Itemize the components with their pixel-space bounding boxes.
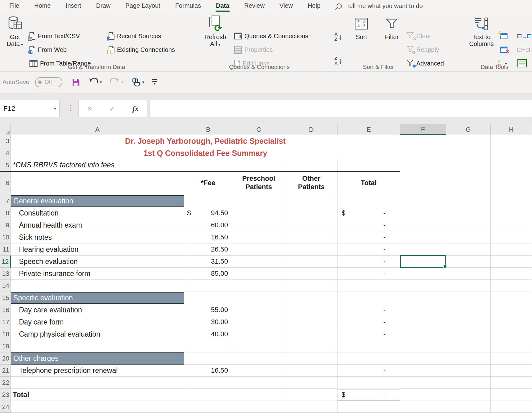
column-header-A[interactable]: A [11,124,184,135]
row-header-17[interactable]: 17 [0,316,11,328]
cell-H[interactable] [491,365,532,377]
merged-title-cell[interactable]: 1st Q Consolidated Fee Summary [11,147,400,159]
cell-F[interactable] [400,352,446,365]
cell-C[interactable] [232,231,285,243]
cell-F[interactable] [400,328,446,340]
filter-button[interactable]: Filter [381,16,403,40]
flash-fill-button[interactable] [500,30,507,42]
fee-cell[interactable]: 85.00 [184,268,232,280]
total-cell[interactable]: - [338,304,400,316]
cell-G[interactable] [446,280,491,292]
cell-D[interactable] [285,352,338,365]
cell-F[interactable] [400,207,446,219]
item-name-cell[interactable]: Hearing evaluation [11,243,184,256]
row-header-16[interactable]: 16 [0,304,11,316]
section-header-cell[interactable]: General evaluation [11,195,184,207]
cell-G[interactable] [446,231,491,243]
item-name-cell[interactable]: Camp physical evaluation [11,328,184,340]
cell-E[interactable] [338,352,400,365]
cell-B[interactable] [184,340,232,352]
row-header-11[interactable]: 11 [0,243,11,256]
cell-D[interactable] [285,292,338,304]
cell-H[interactable] [491,195,532,207]
item-name-cell[interactable]: Sick notes [11,231,184,243]
item-name-cell[interactable]: Annual health exam [11,219,184,231]
fee-cell[interactable]: 31.50 [184,256,232,268]
row-header-9[interactable]: 9 [0,219,11,231]
cell-H[interactable] [491,304,532,316]
cell-D[interactable] [285,243,338,256]
cell-H[interactable] [491,147,532,159]
row-header-13[interactable]: 13 [0,268,11,280]
redo-button[interactable]: ▾ [110,78,123,87]
cell-G[interactable] [446,340,491,352]
cell-B[interactable] [184,401,232,413]
cell-H[interactable] [491,340,532,352]
row-header-5[interactable]: 5 [0,159,11,171]
tab-review[interactable]: Review [244,0,265,12]
row-header-7[interactable]: 7 [0,195,11,207]
cell-C[interactable] [232,389,285,401]
cell-H[interactable] [491,231,532,243]
cell-D[interactable] [285,268,338,280]
cell-C[interactable] [232,243,285,256]
cell-G[interactable] [446,377,491,389]
row-header-19[interactable]: 19 [0,340,11,352]
cell-D[interactable] [285,195,338,207]
row-header-22[interactable]: 22 [0,377,11,389]
cell-C[interactable] [232,292,285,304]
cancel-icon[interactable] [87,104,92,114]
cell-F[interactable] [400,280,446,292]
cell-H[interactable] [491,243,532,256]
cell-F[interactable] [400,389,446,401]
cell-E[interactable] [338,195,400,207]
cell-G[interactable] [446,256,491,268]
cell-G[interactable] [446,195,491,207]
queries-connections-button[interactable]: Queries & Connections [234,30,308,42]
cell-C[interactable] [232,219,285,231]
cell-A[interactable] [11,280,184,292]
row-header-6[interactable]: 6 [0,171,11,195]
total-cell[interactable]: - [338,256,400,268]
cell-F[interactable] [400,292,446,304]
row-header-18[interactable]: 18 [0,328,11,340]
consolidate-button[interactable] [517,30,531,42]
cell-G[interactable] [446,135,491,147]
total-cell[interactable]: $- [338,207,400,219]
cell-H[interactable] [491,352,532,365]
cell-C[interactable] [232,328,285,340]
cell-D[interactable] [285,256,338,268]
cell-H[interactable] [491,292,532,304]
cell-F[interactable] [400,268,446,280]
cell-G[interactable] [446,352,491,365]
cell-F[interactable] [400,219,446,231]
from-text-csv-button[interactable]: From Text/CSV [29,30,80,42]
tab-help[interactable]: Help [307,0,321,12]
cell-D[interactable] [285,304,338,316]
undo-button[interactable]: ▾ [88,78,102,87]
cell-F[interactable] [400,195,446,207]
cell-H[interactable] [491,219,532,231]
tab-file[interactable]: File [9,0,20,12]
cell-H[interactable] [491,401,532,413]
cell-C[interactable] [232,401,285,413]
row-header-24[interactable]: 24 [0,401,11,413]
cell-G[interactable] [446,292,491,304]
cell-E[interactable] [338,377,400,389]
cell-H[interactable] [491,135,532,147]
tab-view[interactable]: View [279,0,293,12]
section-header-cell[interactable]: Other charges [11,352,184,365]
total-header-cell[interactable]: Total [338,171,400,195]
cell-E[interactable] [338,280,400,292]
cell-E[interactable] [338,159,400,171]
item-name-cell[interactable]: Telephone prescription renewal [11,365,184,377]
select-all-corner[interactable] [0,124,11,135]
row-header-8[interactable]: 8 [0,207,11,219]
merged-title-cell[interactable]: Dr. Joseph Yarborough, Pediatric Special… [11,135,400,147]
column-header-H[interactable]: H [491,124,532,135]
row-header-23[interactable]: 23 [0,389,11,401]
touch-mouse-mode-button[interactable]: ▾ [132,78,145,87]
row-header-10[interactable]: 10 [0,231,11,243]
cell-B[interactable] [184,195,232,207]
enter-icon[interactable] [109,104,115,113]
